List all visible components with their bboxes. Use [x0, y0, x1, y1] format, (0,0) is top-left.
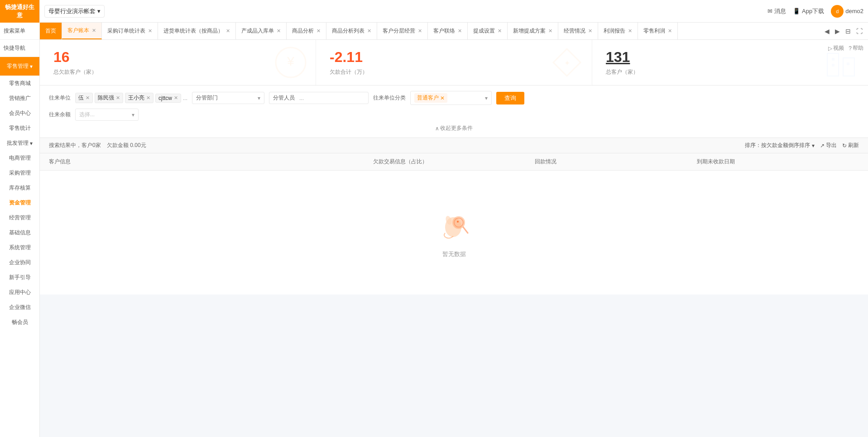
topbar-right: ✉ 消息 📱 App下载 d demo2	[767, 5, 863, 18]
tab-customer-contact[interactable]: 客户联络 ✕	[428, 23, 468, 39]
tag-remove-icon[interactable]: ✕	[146, 95, 150, 101]
chevron-down-icon: ▾	[132, 112, 134, 118]
sidebar-item-member[interactable]: 会员中心	[0, 106, 39, 121]
tab-customer-tier[interactable]: 客户分层经营 ✕	[377, 23, 428, 39]
empty-state: 暂无数据	[40, 171, 868, 294]
collapse-button[interactable]: ∧ 收起更多条件	[435, 124, 473, 132]
sidebar-item-purchase[interactable]: 采购管理	[0, 166, 39, 180]
stat-label-customers: 总欠款客户（家）	[53, 68, 302, 76]
stat-value-amount: -2.11	[330, 49, 578, 66]
tab-add-commission[interactable]: 新增提成方案 ✕	[508, 23, 558, 39]
tab-expand-btn[interactable]: ⊟	[844, 27, 853, 36]
sidebar-item-member2[interactable]: 畅会员	[0, 315, 39, 330]
dept-label: 分管部门	[196, 94, 218, 102]
svg-rect-6	[832, 58, 834, 61]
tab-operations[interactable]: 经营情况 ✕	[558, 23, 598, 39]
sidebar-item-wechat[interactable]: 企业微信	[0, 300, 39, 315]
svg-text:✦: ✦	[564, 59, 570, 67]
tab-close-icon[interactable]: ✕	[668, 28, 672, 34]
sidebar-item-enterprise[interactable]: 企业协同	[0, 255, 39, 270]
sidebar-item-basics[interactable]: 基础信息	[0, 225, 39, 240]
balance-selector[interactable]: 选择... ▾	[75, 109, 139, 121]
tab-purchase-order-stat[interactable]: 采购订单统计表 ✕	[102, 23, 158, 39]
tab-customer-ledger[interactable]: 客户账本 ✕	[62, 23, 102, 39]
tab-close-icon[interactable]: ✕	[277, 28, 281, 34]
sort-selector[interactable]: 排序：按欠款金额倒序排序 ▾	[745, 142, 815, 149]
tab-fullscreen-btn[interactable]: ⛶	[854, 27, 864, 36]
tab-close-icon[interactable]: ✕	[458, 28, 462, 34]
balance-label: 往来余额	[49, 111, 71, 119]
sidebar-item-search[interactable]: 搜索菜单	[0, 23, 39, 40]
tab-stock-stat-product[interactable]: 进货单统计表（按商品） ✕	[158, 23, 236, 39]
env-selector[interactable]: 母婴行业演示帐套 ▾	[44, 5, 105, 18]
query-button[interactable]: 查询	[496, 92, 524, 104]
tag-remove-icon[interactable]: ✕	[116, 95, 120, 101]
svg-point-14	[457, 221, 459, 223]
tab-close-icon[interactable]: ✕	[317, 28, 321, 34]
sidebar-item-quicknav[interactable]: 快捷导航	[0, 40, 39, 57]
refresh-icon: ↻	[842, 142, 847, 149]
filter-tag-chen[interactable]: 陈民强 ✕	[95, 93, 123, 103]
video-icon: ▷	[828, 45, 832, 52]
tag-wrap: 伍 ✕ 陈民强 ✕ 王小亮 ✕ cjttcw ✕ ...	[75, 93, 187, 103]
filter-more-tags[interactable]: ...	[183, 95, 187, 101]
tab-profit-report[interactable]: 利润报告 ✕	[598, 23, 638, 39]
tab-close-icon[interactable]: ✕	[92, 28, 96, 33]
sidebar-item-retailshop[interactable]: 零售商城	[0, 76, 39, 91]
sidebar-item-appcenter[interactable]: 应用中心	[0, 285, 39, 300]
sidebar-item-wholesale[interactable]: 批发管理 ▾	[0, 136, 39, 151]
unit-class-selector[interactable]: 普通客户 ✕ ▾	[410, 91, 492, 105]
main-area: 母婴行业演示帐套 ▾ ✉ 消息 📱 App下载 d demo2 首页 客户账本	[40, 0, 868, 437]
refresh-button[interactable]: ↻ 刷新	[842, 142, 859, 149]
app-logo: 畅捷通好生意	[0, 0, 39, 23]
diamond-icon: ✦	[551, 47, 583, 80]
filter-tag-wu[interactable]: 伍 ✕	[75, 93, 93, 103]
stat-card-amount: ✦ -2.11 欠款合计（万）	[316, 40, 592, 85]
tab-close-icon[interactable]: ✕	[418, 28, 422, 34]
sidebar-item-finance[interactable]: 资金管理	[0, 195, 39, 210]
sidebar-item-marketing[interactable]: 营销推广	[0, 91, 39, 106]
app-download-btn[interactable]: 📱 App下载	[793, 7, 824, 15]
empty-text: 暂无数据	[442, 250, 466, 258]
help-btn[interactable]: ? 帮助	[849, 44, 863, 52]
table-wrap: 客户信息 欠款交易信息（占比） 回款情况 到期未收款日期	[40, 153, 868, 294]
tab-home[interactable]: 首页	[40, 23, 62, 39]
user-info[interactable]: d demo2	[831, 5, 863, 18]
sidebar-item-retail[interactable]: 零售管理 ▾	[0, 57, 39, 76]
tab-commission-setting[interactable]: 提成设置 ✕	[468, 23, 508, 39]
svg-line-12	[463, 227, 468, 233]
tab-product-analysis[interactable]: 商品分析 ✕	[287, 23, 326, 39]
person-selector[interactable]: 分管人员 ...	[269, 92, 369, 104]
unit-class-label: 往来单位分类	[373, 94, 406, 102]
svg-rect-7	[832, 64, 834, 66]
dept-selector[interactable]: 分管部门 ▾	[192, 92, 264, 104]
tab-close-icon[interactable]: ✕	[628, 28, 632, 34]
tab-close-icon[interactable]: ✕	[548, 28, 552, 34]
sidebar-item-inventory[interactable]: 库存核算	[0, 180, 39, 195]
sidebar-item-newguide[interactable]: 新手引导	[0, 270, 39, 285]
filter-tag-wang[interactable]: 王小亮 ✕	[125, 93, 153, 103]
video-btn[interactable]: ▷ 视频	[828, 44, 844, 52]
tab-prev-btn[interactable]: ◀	[823, 27, 831, 36]
sidebar-item-retailstat[interactable]: 零售统计	[0, 121, 39, 136]
tab-retail-profit[interactable]: 零售利润 ✕	[638, 23, 678, 39]
sidebar-item-system[interactable]: 系统管理	[0, 240, 39, 255]
export-button[interactable]: ↗ 导出	[820, 142, 837, 149]
tag-remove-icon[interactable]: ✕	[86, 95, 90, 101]
tab-product-inbound[interactable]: 产成品入库单 ✕	[236, 23, 287, 39]
tab-close-icon[interactable]: ✕	[226, 28, 230, 34]
tab-close-icon[interactable]: ✕	[498, 28, 502, 34]
filter-tag-cjttcw[interactable]: cjttcw ✕	[155, 94, 181, 103]
tab-close-icon[interactable]: ✕	[148, 28, 152, 34]
tag-remove-icon[interactable]: ✕	[174, 95, 178, 101]
message-btn[interactable]: ✉ 消息	[767, 7, 786, 15]
tab-product-analysis-list[interactable]: 商品分析列表 ✕	[326, 23, 377, 39]
sidebar-item-ecommerce[interactable]: 电商管理	[0, 151, 39, 166]
tab-close-icon[interactable]: ✕	[367, 28, 371, 34]
person-more-icon[interactable]: ...	[299, 95, 304, 101]
sidebar-item-operations[interactable]: 经营管理	[0, 210, 39, 225]
tab-next-btn[interactable]: ▶	[833, 27, 842, 36]
stat-label-total: 总客户（家）	[606, 68, 854, 76]
tag-remove-icon[interactable]: ✕	[440, 95, 445, 101]
tab-close-icon[interactable]: ✕	[588, 28, 592, 34]
